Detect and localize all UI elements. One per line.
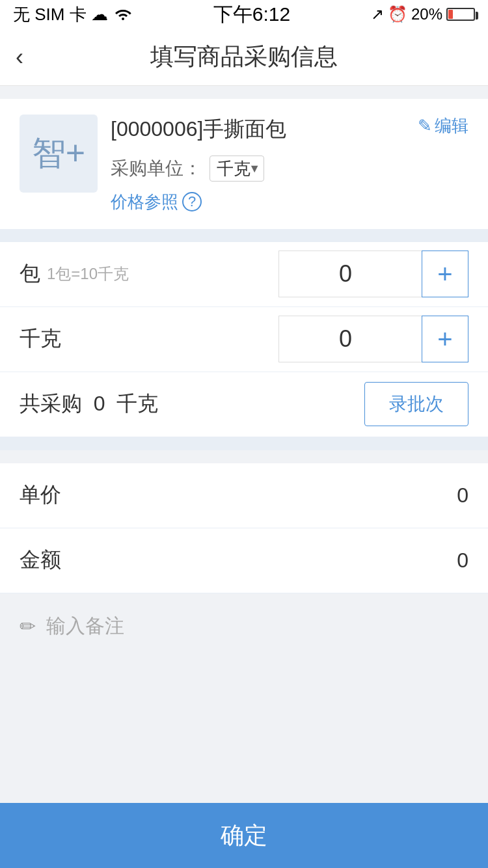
bag-input-right: + xyxy=(278,251,468,297)
nav-bar: ‹ 填写商品采购信息 xyxy=(0,29,488,86)
edit-label: 编辑 xyxy=(435,115,468,137)
status-right: ↗ ⏰ 20% xyxy=(371,5,475,23)
amount-row: 金额 0 xyxy=(0,528,488,593)
kg-plus-button[interactable]: + xyxy=(422,316,468,362)
page-title: 填写商品采购信息 xyxy=(150,41,338,73)
bag-input-row: 包 1包=10千克 + xyxy=(0,242,488,307)
total-label: 共采购 0 千克 xyxy=(20,390,158,418)
product-logo: 智+ xyxy=(32,131,85,176)
unit-price-value: 0 xyxy=(457,483,468,508)
kg-input-row: 千克 + xyxy=(0,307,488,372)
price-reference-link[interactable]: 价格参照 ? xyxy=(111,191,468,213)
notes-placeholder: 输入备注 xyxy=(46,613,124,640)
status-left: 无 SIM 卡 ☁ xyxy=(13,3,133,26)
bag-label: 包 xyxy=(20,260,40,288)
time-display: 下午6:12 xyxy=(213,1,290,28)
unit-label: 采购单位： xyxy=(111,156,202,181)
alarm-icon: ⏰ xyxy=(388,5,407,23)
back-button[interactable]: ‹ xyxy=(16,44,23,71)
kg-quantity-input[interactable] xyxy=(278,316,422,362)
bag-plus-button[interactable]: + xyxy=(422,251,468,297)
unit-select[interactable]: 千克 xyxy=(210,156,264,182)
unit-select-wrap[interactable]: 千克 xyxy=(210,156,264,182)
pencil-icon: ✏ xyxy=(20,615,36,638)
no-sim-text: 无 SIM 卡 ☁ xyxy=(13,3,108,26)
unit-price-label: 单价 xyxy=(20,481,61,509)
battery-fill xyxy=(448,10,453,19)
product-unit-row: 采购单位： 千克 xyxy=(111,156,468,182)
location-icon: ↗ xyxy=(371,5,384,23)
bag-quantity-input[interactable] xyxy=(278,251,422,297)
batch-button[interactable]: 录批次 xyxy=(364,382,468,426)
product-image: 智+ xyxy=(20,115,98,193)
amount-value: 0 xyxy=(457,549,468,573)
notes-section[interactable]: ✏ 输入备注 xyxy=(0,593,488,659)
bag-sub-label: 1包=10千克 xyxy=(47,264,129,284)
status-bar: 无 SIM 卡 ☁ 下午6:12 ↗ ⏰ 20% xyxy=(0,0,488,29)
wifi-icon xyxy=(113,5,133,25)
info-section: 单价 0 金额 0 xyxy=(0,463,488,593)
price-ref-question-icon: ? xyxy=(182,192,202,211)
total-value: 0 xyxy=(94,392,105,415)
divider-top xyxy=(0,229,488,242)
input-section: 包 1包=10千克 + 千克 + xyxy=(0,242,488,372)
price-ref-label: 价格参照 xyxy=(111,191,178,213)
product-name: [0000006]手撕面包 xyxy=(111,115,468,144)
total-unit: 千克 xyxy=(116,392,158,415)
page-wrapper: 无 SIM 卡 ☁ 下午6:12 ↗ ⏰ 20% ‹ 填写商品采购信息 智+ [… xyxy=(0,0,488,868)
kg-label: 千克 xyxy=(20,325,61,353)
product-card: 智+ [0000006]手撕面包 采购单位： 千克 价格参照 ? xyxy=(0,99,488,229)
product-info: [0000006]手撕面包 采购单位： 千克 价格参照 ? xyxy=(111,115,468,213)
battery-icon xyxy=(446,8,475,21)
edit-button[interactable]: ✎ 编辑 xyxy=(418,115,468,137)
main-content: 智+ [0000006]手撕面包 采购单位： 千克 价格参照 ? xyxy=(0,86,488,868)
battery-percent: 20% xyxy=(411,5,442,23)
kg-input-right: + xyxy=(278,316,468,362)
amount-label: 金额 xyxy=(20,546,61,575)
confirm-button[interactable]: 确定 xyxy=(0,803,488,868)
edit-icon: ✎ xyxy=(418,116,432,136)
total-row: 共采购 0 千克 录批次 xyxy=(0,372,488,437)
divider-middle xyxy=(0,437,488,450)
unit-price-row: 单价 0 xyxy=(0,463,488,528)
